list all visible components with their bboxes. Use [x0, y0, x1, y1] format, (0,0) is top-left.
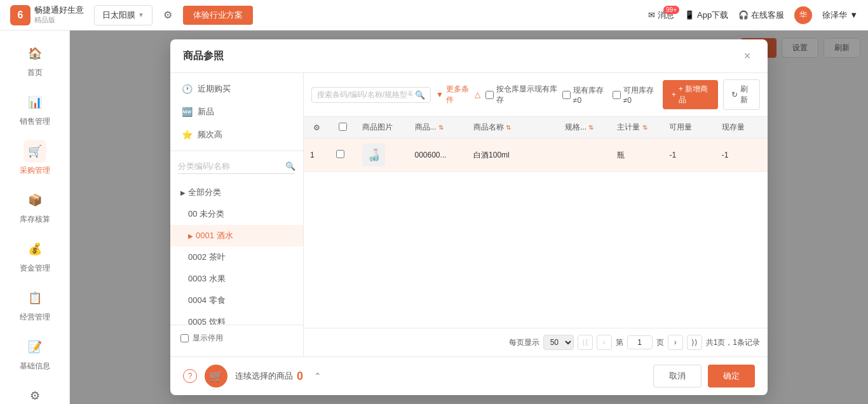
online-service-label: 在线客服	[751, 10, 784, 21]
warehouse-stock-filter[interactable]: 按仓库显示现有库存	[485, 84, 557, 105]
refresh-button[interactable]: ↻ 刷新	[723, 79, 760, 110]
category-liquor[interactable]: ▶ 0001 酒水	[170, 225, 303, 246]
row-name: 白酒100ml	[467, 138, 559, 172]
select-all-checkbox[interactable]	[339, 123, 347, 131]
col-spec[interactable]: 规格... ⇅	[559, 117, 611, 138]
col-unit[interactable]: 主计量 ⇅	[611, 117, 663, 138]
category-fruit[interactable]: 0003 水果	[170, 268, 303, 290]
refresh-label: 刷新	[740, 84, 752, 105]
category-search-input[interactable]	[178, 161, 285, 171]
col-code[interactable]: 商品... ⇅	[409, 117, 468, 138]
frequent-icon: ⭐	[182, 130, 193, 140]
category-list: ▶ 全部分类 00 未分类 ▶ 0001 酒水 0002 茶	[170, 179, 303, 325]
usable-stock-checkbox[interactable]	[613, 91, 621, 99]
warehouse-stock-label: 按仓库显示现有库存	[496, 84, 557, 105]
confirm-button[interactable]: 确定	[708, 365, 755, 387]
sidebar-item-operations[interactable]: 📋 经营管理	[0, 280, 69, 329]
more-filter-button[interactable]: ▼ 更多条件 △	[436, 84, 480, 105]
first-page-button[interactable]: ⟨⟨	[578, 335, 593, 350]
available-stock-filter[interactable]: 现有库存≠0	[562, 85, 607, 105]
username-item[interactable]: 徐泽华 ▼	[822, 10, 858, 21]
finance-icon: 💰	[24, 238, 46, 260]
available-stock-checkbox[interactable]	[562, 91, 571, 99]
col-settings[interactable]: ⚙	[304, 117, 330, 138]
left-divider	[170, 151, 303, 151]
add-product-button[interactable]: + + 新增商品	[663, 80, 718, 109]
app-download-item[interactable]: 📱 App下载	[684, 10, 728, 21]
operations-icon: 📋	[24, 286, 46, 309]
modal-header: 商品参照 ×	[170, 39, 768, 73]
new-products-tab[interactable]: 🆕 新品	[175, 101, 298, 123]
next-page-button[interactable]: ›	[668, 335, 683, 350]
cancel-button[interactable]: 取消	[653, 365, 702, 387]
help-button[interactable]: ?	[183, 369, 197, 383]
headset-icon: 🎧	[738, 10, 749, 20]
category-all-label: 全部分类	[188, 187, 221, 198]
sidebar-item-inventory[interactable]: 📦 库存核算	[0, 182, 69, 231]
product-search-input[interactable]	[317, 90, 412, 99]
sidebar-item-home[interactable]: 🏠 首页	[0, 36, 69, 84]
usable-stock-filter[interactable]: 可用库存≠0	[613, 85, 658, 105]
collapse-button[interactable]: ⌃	[311, 369, 325, 383]
logo-icon: 6	[10, 5, 31, 25]
col-name-sort-icon: ⇅	[506, 124, 511, 131]
sidebar-item-system[interactable]: ⚙ 系统管理	[0, 378, 69, 404]
product-search-box: 🔍	[311, 87, 431, 103]
sidebar-item-sales[interactable]: 📊 销售管理	[0, 84, 69, 133]
store-name: 日太阳膜	[102, 10, 135, 21]
modal-title: 商品参照	[183, 50, 224, 63]
frequent-label: 频次高	[198, 129, 222, 140]
sidebar-label-basic-info: 基础信息	[20, 361, 50, 372]
show-disabled-label: 显示停用	[193, 333, 223, 344]
show-disabled-checkbox[interactable]	[180, 334, 189, 342]
category-snacks[interactable]: 0004 零食	[170, 290, 303, 311]
row-image: 🍶	[356, 138, 408, 172]
category-all[interactable]: ▶ 全部分类	[170, 182, 303, 203]
warehouse-stock-checkbox[interactable]	[485, 91, 494, 99]
table-row[interactable]: 1 🍶 000600... 白酒100ml	[304, 138, 768, 172]
toolbar-right: + + 新增商品 ↻ 刷新	[663, 79, 760, 110]
row-select-checkbox[interactable]	[336, 150, 344, 158]
right-toolbar: 🔍 ▼ 更多条件 △ 按仓库显示现有库存	[304, 73, 768, 117]
store-selector[interactable]: 日太阳膜 ▼	[94, 5, 153, 25]
app-logo: 6 畅捷通好生意 精品版	[10, 5, 84, 25]
prev-page-button[interactable]: ‹	[597, 335, 612, 350]
col-name-label: 商品名称	[473, 123, 504, 131]
cart-button[interactable]: 🛒	[205, 365, 227, 387]
right-panel: 🔍 ▼ 更多条件 △ 按仓库显示现有库存	[304, 73, 768, 356]
category-search-icon[interactable]: 🔍	[285, 161, 295, 171]
page-number-input[interactable]	[627, 335, 653, 349]
search-icon[interactable]: 🔍	[415, 90, 425, 100]
col-name[interactable]: 商品名称 ⇅	[467, 117, 559, 138]
settings-icon[interactable]: ⚙	[158, 5, 178, 25]
last-page-button[interactable]: ⟩⟩	[687, 335, 702, 350]
online-service-item[interactable]: 🎧 在线客服	[738, 10, 784, 21]
category-drinks[interactable]: 0005 饮料	[170, 311, 303, 325]
sidebar-item-purchase[interactable]: 🛒 采购管理	[0, 133, 69, 182]
sidebar-item-finance[interactable]: 💰 资金管理	[0, 231, 69, 280]
footer-actions: 取消 确定	[653, 365, 755, 387]
modal-body: 🕐 近期购买 🆕 新品 ⭐ 频次高	[170, 73, 768, 356]
row-spec	[559, 138, 611, 172]
trial-button[interactable]: 体验行业方案	[183, 6, 253, 25]
page-size-select[interactable]: 50	[543, 335, 574, 350]
message-badge: 99+	[663, 6, 679, 14]
frequent-tab[interactable]: ⭐ 频次高	[175, 124, 298, 145]
col-unit-sort-icon: ⇅	[642, 124, 648, 131]
sidebar-item-basic-info[interactable]: 📝 基础信息	[0, 329, 69, 378]
new-label: 新品	[198, 106, 214, 118]
modal-close-button[interactable]: ×	[740, 48, 755, 64]
modal-overlay: 商品参照 × 🕐 近期购买 🆕	[70, 30, 868, 404]
user-avatar[interactable]: 华	[794, 6, 812, 24]
category-tea[interactable]: 0002 茶叶	[170, 246, 303, 268]
sidebar: 🏠 首页 📊 销售管理 🛒 采购管理 📦 库存核算 💰 资金管理 📋 经营管理 …	[0, 30, 70, 404]
sales-icon: 📊	[24, 91, 46, 114]
selected-label: 连续选择的商品	[235, 370, 293, 382]
row-unit: 瓶	[611, 138, 663, 172]
modal-footer: ? 🛒 连续选择的商品 0 ⌃ 取消 确定	[170, 356, 768, 395]
message-item[interactable]: ✉ 消息 99+	[648, 10, 674, 21]
username-arrow-icon: ▼	[850, 10, 858, 20]
category-tea-label: 0002 茶叶	[188, 252, 226, 263]
category-unclassified[interactable]: 00 未分类	[170, 203, 303, 225]
recent-purchases-tab[interactable]: 🕐 近期购买	[175, 78, 298, 100]
